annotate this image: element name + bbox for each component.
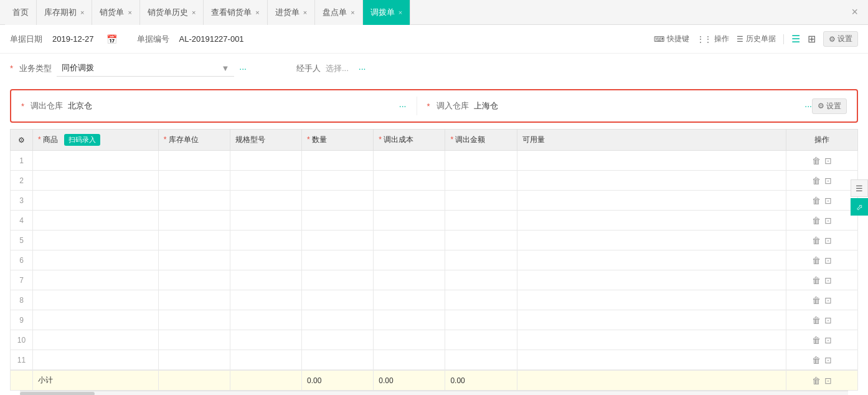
right-expand-icon[interactable]: ⬀ [851,198,868,216]
row-5-product[interactable] [33,231,159,250]
calendar-icon[interactable]: 📅 [106,34,117,44]
row-10-product[interactable] [33,330,159,350]
row-11-product[interactable] [33,350,159,370]
history-button[interactable]: ☰ 历史单据 [737,34,776,44]
layout2-icon[interactable]: ⊞ [808,33,816,45]
close-purchase-order-icon[interactable]: × [303,9,307,16]
table-row: 4 🗑 ⊡ [11,211,858,231]
warehouse-out-more-icon[interactable]: ··· [399,101,407,111]
subtotal-cost-cell: 0.00 [374,371,445,391]
business-more-icon[interactable]: ··· [239,64,247,74]
history-icon: ☰ [737,35,743,44]
shortcut-button[interactable]: ⌨ 快捷键 [654,34,689,44]
business-type-field: * 业务类型 同价调拨 ▼ ··· [10,60,247,77]
right-list-icon[interactable]: ☰ [851,179,868,197]
warehouse-in-more-icon[interactable]: ··· [804,101,812,111]
row-11-copy-icon[interactable]: ⊡ [824,355,832,365]
row-10-cost [374,330,445,350]
row-2-copy-icon[interactable]: ⊡ [824,176,832,186]
row-5-spec [230,231,301,250]
tab-sales-history[interactable]: 销货单历史 × [140,0,204,25]
close-transfer-order-icon[interactable]: × [399,9,402,16]
subtotal-unit-cell [158,371,230,391]
date-value[interactable]: 2019-12-27 [52,34,94,44]
row-2-product[interactable] [33,171,159,191]
row-6-qty [302,250,374,270]
close-sales-order-icon[interactable]: × [128,9,131,16]
warehouse-out-value[interactable]: 北京仓 [68,100,92,112]
row-9-copy-icon[interactable]: ⊡ [824,315,832,325]
scan-button[interactable]: 扫码录入 [64,134,100,146]
warehouse-in-value[interactable]: 上海仓 [474,100,498,112]
form-header: 单据日期 2019-12-27 📅 单据编号 AL-20191227-001 ⌨… [0,25,868,54]
layout1-icon[interactable]: ☰ [791,33,800,45]
row-8-unit [158,290,230,310]
row-num-9: 9 [11,310,33,330]
row-4-product[interactable] [33,211,159,231]
tab-transfer-order[interactable]: 调拨单 × [363,0,410,25]
doc-value[interactable]: AL-20191227-001 [179,34,244,44]
handler-field: 经手人 选择... ··· [296,63,366,74]
th-gear[interactable]: ⚙ [11,130,33,151]
row-4-delete-icon[interactable]: 🗑 [812,216,821,226]
row-3-product[interactable] [33,191,159,211]
tab-inventory-check[interactable]: 盘点单 × [315,0,362,25]
warehouse-in-required-marker: * [427,102,430,111]
tab-close-global-icon[interactable]: × [846,6,863,19]
row-5-delete-icon[interactable]: 🗑 [812,236,821,245]
row-9-product[interactable] [33,310,159,330]
row-8-product[interactable] [33,290,159,310]
row-8-copy-icon[interactable]: ⊡ [824,295,832,305]
row-7-copy-icon[interactable]: ⊡ [824,275,832,285]
row-2-amount [445,171,517,191]
row-11-amount [445,350,517,370]
settings-button[interactable]: ⚙ 设置 [823,31,858,47]
handler-more-icon[interactable]: ··· [359,64,366,74]
close-view-sales-icon[interactable]: × [255,9,259,16]
close-inventory-check-icon[interactable]: × [351,9,354,16]
row-11-delete-icon[interactable]: 🗑 [812,355,821,365]
close-sales-history-icon[interactable]: × [192,9,196,16]
row-7-delete-icon[interactable]: 🗑 [812,275,821,285]
row-num-11: 11 [11,350,33,370]
row-6-product[interactable] [33,250,159,270]
row-4-unit [158,211,230,231]
subtotal-action-cell: 🗑 ⊡ [786,371,857,391]
row-4-amount [445,211,517,231]
row-2-action: 🗑 ⊡ [786,171,857,191]
row-1-copy-icon[interactable]: ⊡ [824,156,832,166]
handler-value[interactable]: 选择... [326,63,349,74]
row-6-copy-icon[interactable]: ⊡ [824,255,832,265]
tab-sales-order[interactable]: 销货单 × [92,0,139,25]
th-action: 操作 [786,130,857,151]
tab-home[interactable]: 首页 [5,0,37,25]
row-num-10: 10 [11,330,33,350]
tab-view-sales[interactable]: 查看销货单 × [204,0,267,25]
row-5-copy-icon[interactable]: ⊡ [824,236,832,245]
row-9-delete-icon[interactable]: 🗑 [812,315,821,325]
row-3-delete-icon[interactable]: 🗑 [812,196,821,206]
row-9-unit [158,310,230,330]
close-inventory-init-icon[interactable]: × [80,9,84,16]
operate-button[interactable]: ⋮⋮ 操作 [697,34,729,44]
row-1-delete-icon[interactable]: 🗑 [812,156,821,166]
row-10-copy-icon[interactable]: ⊡ [824,335,832,345]
tab-inventory-init[interactable]: 库存期初 × [37,0,92,25]
row-2-delete-icon[interactable]: 🗑 [812,176,821,186]
tab-purchase-order[interactable]: 进货单 × [268,0,315,25]
warehouse-settings-button[interactable]: ⚙ 设置 [812,98,847,114]
row-8-delete-icon[interactable]: 🗑 [812,295,821,305]
row-1-product[interactable] [33,151,159,171]
row-10-delete-icon[interactable]: 🗑 [812,335,821,345]
data-table: ⚙ * 商品 扫码录入 * 库存单位 规格型号 * 数量 [10,129,858,370]
row-10-action: 🗑 ⊡ [786,330,857,350]
row-1-unit [158,151,230,171]
business-type-select[interactable]: 同价调拨 ▼ [57,60,234,77]
row-3-copy-icon[interactable]: ⊡ [824,196,832,206]
subtotal-copy-icon[interactable]: ⊡ [824,376,832,386]
subtotal-delete-icon[interactable]: 🗑 [812,376,821,386]
row-7-product[interactable] [33,270,159,290]
row-6-delete-icon[interactable]: 🗑 [812,255,821,265]
horizontal-scrollbar[interactable] [20,391,848,395]
row-4-copy-icon[interactable]: ⊡ [824,216,832,226]
